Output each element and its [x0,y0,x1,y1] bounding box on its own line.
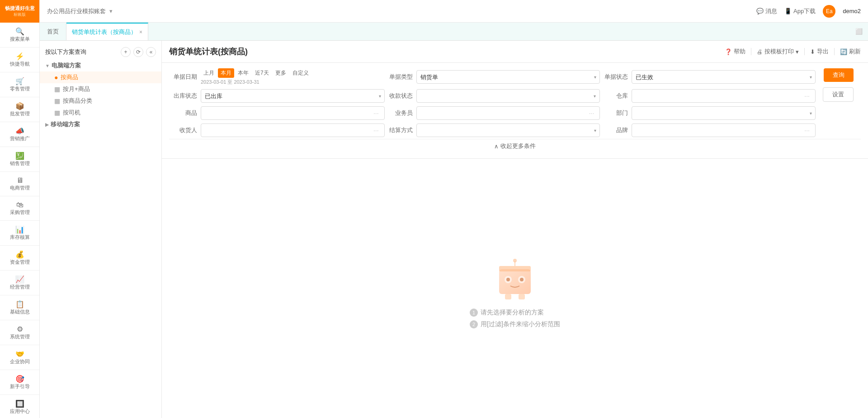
tab-active[interactable]: 销货单统计表（按商品） × [66,23,148,40]
export-label: 导出 [817,48,829,56]
print-button[interactable]: 🖨 按模板打印 ▾ [757,48,799,56]
sidebar-label: 基础信息 [10,309,30,315]
salesman-dots[interactable]: ··· [587,109,596,117]
export-button[interactable]: ⬇ 导出 [810,48,829,56]
filter-main: 单据日期 上月 本月 本年 近7天 更多 自定义 [169,68,816,137]
refresh-scheme-button[interactable]: ⟳ [133,47,143,57]
sidebar-icon: 🔲 [15,399,24,408]
brand-dots[interactable]: ··· [802,127,811,134]
receiver-input[interactable]: ··· [201,124,385,137]
sidebar-item-零售管理[interactable]: 🛒零售管理 [0,72,39,97]
help-button[interactable]: ❓ 帮助 [725,48,745,56]
tip-num-2: 2 [470,320,478,328]
sidebar-item-搜索菜单[interactable]: 🔍搜索菜单 [0,23,39,48]
dept-select[interactable] [632,106,816,120]
tab-home[interactable]: 首页 [40,23,66,40]
svg-point-7 [513,259,517,262]
date-btn-7days[interactable]: 近7天 [252,68,272,78]
message-action[interactable]: 💬 消息 [756,7,777,15]
sidebar-item-营销推广[interactable]: 📣营销推广 [0,122,39,147]
sidebar-item-经营管理[interactable]: 📈经营管理 [0,271,39,295]
date-cell: 单据日期 上月 本月 本年 近7天 更多 自定义 [169,68,385,86]
type-label: 单据类型 [385,73,416,81]
sidebar-label: 快捷导航 [10,61,30,67]
warehouse-dots[interactable]: ··· [802,92,811,100]
sidebar-icon: 🔍 [15,27,24,36]
sidebar-icon: 🛍 [16,201,24,209]
svg-rect-9 [519,294,525,299]
add-scheme-button[interactable]: + [121,47,131,57]
print-dropdown-icon[interactable]: ▾ [796,48,799,55]
sidebar-item-基础信息[interactable]: 📋基础信息 [0,295,39,320]
collapse-panel-button[interactable]: « [146,47,156,57]
sidebar-label: 企业协同 [10,358,30,365]
right-panel: 销货单统计表(按商品) ❓ 帮助 🖨 按模板打印 ▾ ⬇ [162,41,868,418]
payment-select[interactable] [416,124,600,137]
left-panel-header: 按以下方案查询 + ⟳ « [40,44,161,60]
sidebar-label: 经营管理 [10,284,30,290]
date-btn-last-month[interactable]: 上月 [201,68,217,78]
user-avatar[interactable]: Ea [823,5,835,18]
reset-button[interactable]: 设置 [823,87,854,102]
tree-item-按商品[interactable]: ●按商品 [40,71,161,83]
sidebar: 畅捷通好生意 标账版 🔍搜索菜单⚡快捷导航🛒零售管理📦批发管理📣营销推广💹销售管… [0,0,40,418]
sidebar-item-应用中心[interactable]: 🔲应用中心 [0,395,39,418]
sidebar-label: 资金管理 [10,259,30,266]
payment-cell: 结算方式 ▾ [385,124,600,137]
help-label: 帮助 [734,48,745,56]
date-btn-this-month[interactable]: 本月 [218,68,234,78]
receiver-label: 收货人 [169,126,201,134]
receiver-cell: 收货人 ··· [169,124,385,137]
filter-row-3: 商品 ··· 业务员 ·· [169,106,816,120]
sidebar-item-电商管理[interactable]: 🖥电商管理 [0,172,39,196]
sidebar-item-快捷导航[interactable]: ⚡快捷导航 [0,48,39,72]
receiver-dots[interactable]: ··· [372,127,381,134]
pay-status-input[interactable]: ▾ [416,89,600,103]
sidebar-item-新手引导[interactable]: 🎯新手引导 [0,370,39,395]
query-button[interactable]: 查询 [824,68,854,82]
warehouse-input[interactable]: ··· [632,89,816,103]
sidebar-item-企业协同[interactable]: 🤝企业协同 [0,345,39,370]
sidebar-item-资金管理[interactable]: 💰资金管理 [0,246,39,271]
divider-1 [751,48,751,55]
type-select[interactable]: 销货单 [416,70,600,84]
page-actions: ❓ 帮助 🖨 按模板打印 ▾ ⬇ 导出 [725,48,861,56]
sidebar-item-批发管理[interactable]: 📦批发管理 [0,97,39,122]
sidebar-icon: 🤝 [15,350,24,358]
date-btn-custom[interactable]: 自定义 [290,68,311,78]
warehouse-label: 仓库 [600,92,632,100]
tree-group-移动端方案[interactable]: ▶移动端方案 [40,119,161,130]
goods-input[interactable]: ··· [201,106,385,120]
refresh-button[interactable]: 🔄 刷新 [840,48,861,56]
out-status-cell: 出库状态 已出库 ▾ [169,89,385,103]
sidebar-item-系统管理[interactable]: ⚙系统管理 [0,320,39,345]
sidebar-item-采购管理[interactable]: 🛍采购管理 [0,196,39,221]
empty-illustration [488,249,542,303]
logo-sub: 标账版 [14,12,26,18]
divider-2 [804,48,805,55]
out-status-select[interactable]: 已出库 [201,89,385,103]
date-btn-this-year[interactable]: 本年 [235,68,251,78]
status-select[interactable]: 已生效 [632,70,816,84]
sidebar-item-销售管理[interactable]: 💹销售管理 [0,147,39,172]
brand-input[interactable]: ··· [632,124,816,137]
tab-close-button[interactable]: × [139,29,142,35]
date-range-text: 2023-03-01 至 2023-03-31 [201,79,385,86]
tree-group-电脑端方案[interactable]: ▼电脑端方案 [40,60,161,71]
tab-maximize-button[interactable]: ⬜ [854,26,864,37]
date-btns: 上月 本月 本年 近7天 更多 自定义 [201,68,385,78]
sidebar-item-库存核算[interactable]: 📊库存核算 [0,221,39,246]
filter-row-2: 出库状态 已出库 ▾ 收款状态 [169,89,816,103]
collapse-button[interactable]: ∧ 收起更多条件 [494,142,536,150]
app-download-action[interactable]: 📱 App下载 [784,7,816,15]
salesman-input[interactable]: ··· [416,106,600,120]
goods-dots[interactable]: ··· [372,109,381,117]
tree-item-按司机[interactable]: ▦按司机 [40,107,161,119]
left-panel-title: 按以下方案查询 [45,48,86,56]
tree-item-按月+商品[interactable]: ▦按月+商品 [40,83,161,95]
empty-state: 1 请先选择要分析的方案 2 用[过滤]条件来缩小分析范围 [162,159,868,418]
page-title: 销货单统计表(按商品) [169,46,248,57]
topbar-dropdown-icon[interactable]: ▾ [109,8,113,14]
date-btn-more[interactable]: 更多 [273,68,289,78]
tree-item-按商品分类[interactable]: ▦按商品分类 [40,95,161,107]
